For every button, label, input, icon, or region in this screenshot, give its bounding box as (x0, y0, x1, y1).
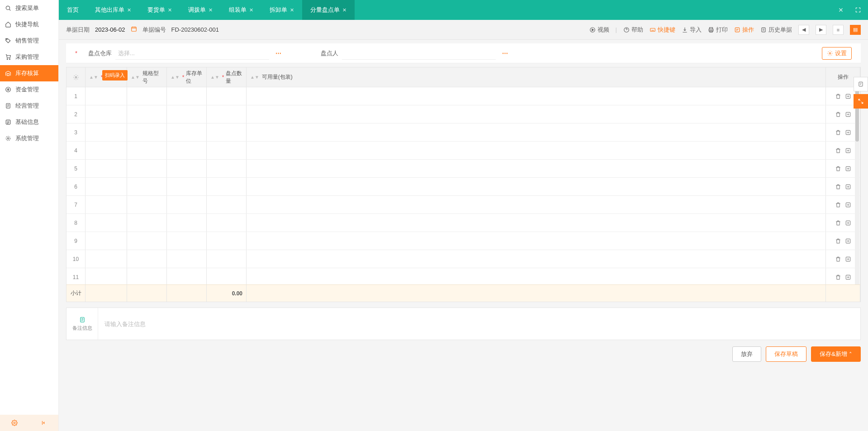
cell-avail[interactable] (247, 87, 826, 105)
table-row[interactable]: 3 (66, 123, 860, 142)
delete-row-icon[interactable] (835, 184, 841, 190)
cell-product[interactable] (85, 250, 127, 268)
delete-row-icon[interactable] (835, 111, 841, 118)
delete-row-icon[interactable] (835, 220, 841, 226)
cell-avail[interactable] (247, 250, 826, 268)
fullscreen-icon[interactable] (852, 4, 864, 16)
table-row[interactable]: 11 (66, 268, 860, 284)
tab-close-icon[interactable]: ✕ (168, 7, 172, 13)
add-row-icon[interactable] (845, 184, 851, 190)
cell-spec[interactable] (127, 105, 167, 123)
tab-1[interactable]: 其他出库单✕ (87, 0, 139, 20)
cell-avail[interactable] (247, 142, 826, 159)
cell-spec[interactable] (127, 250, 167, 268)
delete-row-icon[interactable] (835, 166, 841, 172)
remarks-input[interactable] (98, 308, 860, 340)
sidebar-item-6[interactable]: 经营管理 (0, 98, 58, 114)
delete-row-icon[interactable] (835, 129, 841, 136)
cell-product[interactable] (85, 142, 127, 159)
delete-row-icon[interactable] (835, 202, 841, 208)
cell-product[interactable] (85, 232, 127, 250)
cell-product[interactable] (85, 105, 127, 123)
add-row-icon[interactable] (845, 93, 851, 99)
cell-product[interactable] (85, 196, 127, 213)
print-action[interactable]: 打印 (708, 26, 728, 34)
sidebar-item-1[interactable]: 快捷导航 (0, 16, 58, 33)
cell-qty[interactable] (207, 214, 247, 232)
view-list-icon[interactable]: ≡ (833, 25, 844, 35)
scan-tag[interactable]: 扫码录入 (102, 70, 128, 81)
table-row[interactable]: 8 (66, 214, 860, 232)
help-action[interactable]: 帮助 (623, 26, 643, 34)
cell-qty[interactable] (207, 105, 247, 123)
add-row-icon[interactable] (845, 129, 851, 136)
cell-avail[interactable] (247, 105, 826, 123)
sidebar-item-5[interactable]: 资金管理 (0, 81, 58, 98)
cell-unit[interactable] (167, 250, 207, 268)
cell-qty[interactable] (207, 178, 247, 195)
col-qty[interactable]: ▲▼*盘点数量 (207, 67, 247, 87)
cell-spec[interactable] (127, 87, 167, 105)
sidebar-item-8[interactable]: 系统管理 (0, 130, 58, 147)
cell-qty[interactable] (207, 250, 247, 268)
delete-row-icon[interactable] (835, 93, 841, 99)
cell-spec[interactable] (127, 196, 167, 213)
cell-product[interactable] (85, 160, 127, 177)
cell-spec[interactable] (127, 142, 167, 159)
settings-button[interactable]: 设置 (822, 47, 852, 60)
cell-qty[interactable] (207, 160, 247, 177)
tab-6[interactable]: 分量盘点单✕ (302, 0, 355, 20)
cell-unit[interactable] (167, 178, 207, 195)
float-expand-icon[interactable] (854, 94, 868, 109)
cell-qty[interactable] (207, 123, 247, 141)
cell-spec[interactable] (127, 232, 167, 250)
cell-avail[interactable] (247, 160, 826, 177)
tab-close-icon[interactable]: ✕ (127, 7, 131, 13)
add-row-icon[interactable] (845, 111, 851, 118)
cell-unit[interactable] (167, 142, 207, 159)
view-card-icon[interactable]: ▤ (850, 25, 861, 35)
tab-0[interactable]: 首页 (59, 0, 87, 20)
cell-product[interactable] (85, 214, 127, 232)
cell-unit[interactable] (167, 160, 207, 177)
operate-action[interactable]: 操作 (734, 26, 754, 34)
col-product[interactable]: ▲▼*商品扫码录入 (85, 67, 127, 87)
add-row-icon[interactable] (845, 166, 851, 172)
nav-prev-icon[interactable]: ◀ (798, 25, 809, 35)
tab-3[interactable]: 调拨单✕ (180, 0, 221, 20)
cell-qty[interactable] (207, 142, 247, 159)
collapse-icon[interactable] (41, 420, 47, 426)
cell-spec[interactable] (127, 178, 167, 195)
cell-avail[interactable] (247, 178, 826, 195)
col-avail[interactable]: ▲▼可用量(包装) (247, 67, 826, 87)
cell-qty[interactable] (207, 87, 247, 105)
delete-row-icon[interactable] (835, 147, 841, 154)
nav-next-icon[interactable]: ▶ (816, 25, 826, 35)
col-unit[interactable]: ▲▼*库存单位 (167, 67, 207, 87)
tab-close-icon[interactable]: ✕ (209, 7, 213, 13)
cell-avail[interactable] (247, 196, 826, 213)
col-spec[interactable]: ▲▼规格型号 (127, 67, 167, 87)
cell-avail[interactable] (247, 214, 826, 232)
date-value[interactable]: 2023-06-02 (95, 26, 125, 33)
warehouse-input[interactable] (115, 47, 269, 60)
add-row-icon[interactable] (845, 202, 851, 208)
add-row-icon[interactable] (845, 256, 851, 262)
table-row[interactable]: 1 (66, 87, 860, 105)
tab-4[interactable]: 组装单✕ (221, 0, 261, 20)
sidebar-item-3[interactable]: 采购管理 (0, 49, 58, 65)
float-note-icon[interactable] (854, 77, 868, 91)
add-row-icon[interactable] (845, 220, 851, 226)
settings-icon[interactable] (11, 420, 18, 426)
tab-2[interactable]: 要货单✕ (139, 0, 180, 20)
cell-unit[interactable] (167, 87, 207, 105)
cell-avail[interactable] (247, 123, 826, 141)
table-row[interactable]: 4 (66, 142, 860, 160)
shortcut-action[interactable]: 快捷键 (650, 26, 675, 34)
cell-unit[interactable] (167, 105, 207, 123)
add-row-icon[interactable] (845, 238, 851, 244)
person-input[interactable] (342, 47, 496, 60)
cell-qty[interactable] (207, 232, 247, 250)
table-row[interactable]: 7 (66, 196, 860, 214)
table-row[interactable]: 5 (66, 160, 860, 178)
